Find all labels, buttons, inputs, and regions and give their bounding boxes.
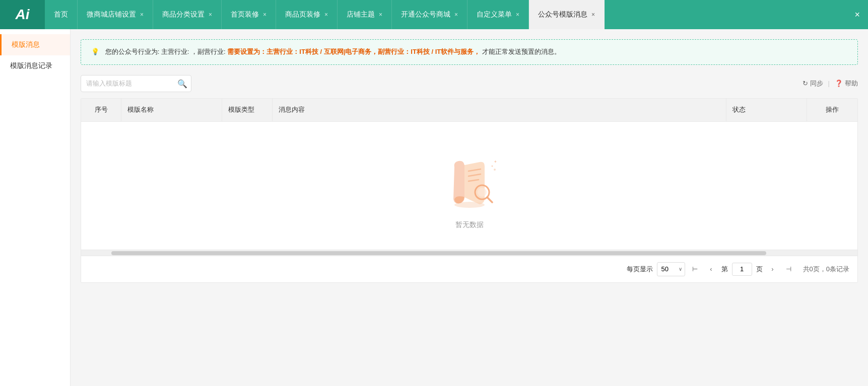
nav-tab-shop-theme[interactable]: 店铺主题×: [338, 0, 392, 29]
th-action: 操作: [807, 99, 857, 121]
svg-line-6: [487, 197, 492, 202]
th-status: 状态: [726, 99, 807, 121]
page-label: 第: [721, 265, 728, 274]
nav-tab-custom-menu[interactable]: 自定义菜单×: [468, 0, 529, 29]
notice-highlight: 需要设置为：主营行业：IT科技 / 互联网|电子商务，副营行业：IT科技 / I…: [227, 48, 480, 55]
close-tab-custom-menu[interactable]: ×: [516, 12, 519, 18]
notice-suffix: 才能正常发送预置的消息。: [482, 48, 561, 55]
sidebar-item-template-record[interactable]: 模版消息记录: [0, 55, 70, 76]
nav-tab-open-mall[interactable]: 开通公众号商城×: [392, 0, 468, 29]
help-icon: ❓: [835, 80, 843, 87]
empty-icon: ✦: [439, 152, 500, 212]
close-all-button[interactable]: ×: [846, 0, 868, 29]
page-size-label: 每页显示: [627, 265, 653, 274]
content-area: 💡 您的公众号行业为: 主营行业: ，副营行业: 需要设置为：主营行业：IT科技…: [71, 29, 868, 386]
th-type: 模版类型: [222, 99, 273, 121]
th-seq: 序号: [81, 99, 121, 121]
page-total: 共0页，0条记录: [803, 265, 849, 274]
close-tab-shop-theme[interactable]: ×: [379, 12, 382, 18]
search-bar: 🔍 ↻ 同步 | ❓ 帮助: [81, 75, 858, 92]
search-actions: ↻ 同步 | ❓ 帮助: [803, 79, 858, 88]
close-tab-micro-shop[interactable]: ×: [140, 12, 144, 18]
nav-tab-micro-shop[interactable]: 微商城店铺设置×: [78, 0, 153, 29]
app-logo: Ai: [0, 0, 45, 29]
nav-tab-home[interactable]: 首页: [45, 0, 78, 29]
close-tab-product-decor[interactable]: ×: [324, 12, 328, 18]
close-tab-product-cat[interactable]: ×: [209, 12, 212, 18]
action-divider: |: [828, 80, 830, 87]
pagination: 每页显示 50 10 20 100 ∨ ⊢ ‹ 第 页 › ⊣ 共0页，: [81, 256, 857, 282]
close-tab-open-mall[interactable]: ×: [454, 12, 458, 18]
notice-box: 💡 您的公众号行业为: 主营行业: ，副营行业: 需要设置为：主营行业：IT科技…: [81, 39, 858, 65]
nav-tab-template-msg[interactable]: 公众号模版消息×: [529, 0, 605, 29]
svg-point-7: [494, 169, 496, 171]
sync-button[interactable]: ↻ 同步: [803, 79, 823, 88]
help-button[interactable]: ❓ 帮助: [835, 79, 858, 88]
close-tab-home-decor[interactable]: ×: [263, 12, 266, 18]
empty-text: 暂无数据: [455, 220, 484, 229]
page-size-select[interactable]: 50 10 20 100: [657, 262, 685, 276]
close-tab-template-msg[interactable]: ×: [591, 12, 595, 18]
main-layout: 模版消息模版消息记录 💡 您的公众号行业为: 主营行业: ，副营行业: 需要设置…: [0, 29, 868, 386]
nav-tab-product-decor[interactable]: 商品页装修×: [276, 0, 338, 29]
nav-tab-home-decor[interactable]: 首页装修×: [222, 0, 276, 29]
table-header: 序号 模版名称 模版类型 消息内容 状态 操作: [81, 99, 857, 122]
th-content: 消息内容: [273, 99, 726, 121]
top-nav: Ai 首页微商城店铺设置×商品分类设置×首页装修×商品页装修×店铺主题×开通公众…: [0, 0, 868, 29]
nav-tabs: 首页微商城店铺设置×商品分类设置×首页装修×商品页装修×店铺主题×开通公众号商城…: [45, 0, 846, 29]
page-suffix: 页: [756, 265, 763, 274]
page-size-select-wrap[interactable]: 50 10 20 100 ∨: [657, 262, 685, 276]
sync-icon: ↻: [803, 80, 808, 87]
page-number-input[interactable]: [732, 263, 752, 276]
first-page-button[interactable]: ⊢: [689, 263, 701, 275]
horizontal-scrollbar[interactable]: [81, 250, 857, 256]
search-input[interactable]: [81, 75, 191, 92]
empty-state: ✦ 暂无数据: [81, 122, 857, 250]
next-page-button[interactable]: ›: [767, 263, 779, 275]
search-icon[interactable]: 🔍: [177, 79, 187, 88]
th-name: 模版名称: [121, 99, 222, 121]
scrollbar-thumb[interactable]: [111, 251, 766, 255]
prev-page-button[interactable]: ‹: [705, 263, 717, 275]
nav-tab-product-cat[interactable]: 商品分类设置×: [153, 0, 222, 29]
search-input-wrap: 🔍: [81, 75, 191, 92]
notice-prefix: 您的公众号行业为: 主营行业: ，副营行业:: [105, 48, 228, 55]
last-page-button[interactable]: ⊣: [783, 263, 795, 275]
sidebar: 模版消息模版消息记录: [0, 29, 71, 386]
notice-icon: 💡: [91, 48, 99, 55]
svg-text:✦: ✦: [494, 160, 497, 164]
table-container: 序号 模版名称 模版类型 消息内容 状态 操作: [81, 98, 858, 283]
sidebar-item-template-msg[interactable]: 模版消息: [0, 34, 70, 55]
svg-point-5: [478, 188, 487, 197]
svg-point-8: [491, 165, 493, 167]
